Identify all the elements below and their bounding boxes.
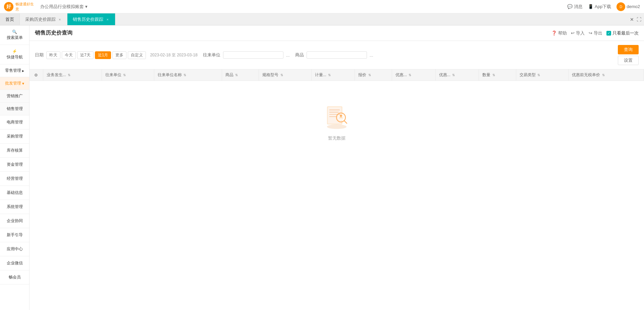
- col-price[interactable]: 报价 ⇅: [355, 69, 392, 81]
- date-label: 日期: [35, 52, 44, 58]
- tab-bar: 首页 采购历史价跟踪 × 销售历史价跟踪 × ✕ ⛶: [0, 13, 644, 25]
- top-bar-right: 💬 消息 📱 App下载 D demo2: [567, 2, 640, 11]
- sidebar-item-purchase[interactable]: 采购管理: [0, 130, 29, 144]
- query-button[interactable]: 查询: [618, 45, 639, 54]
- sidebar-item-vip[interactable]: 畅会员: [0, 270, 29, 285]
- only-last-checkbox[interactable]: ✓: [606, 31, 611, 36]
- sidebar-wholesale-sub: 营销推广 销售管理: [0, 90, 29, 115]
- sort-biz-date-icon: ⇅: [68, 73, 70, 77]
- sidebar-item-appstore[interactable]: 应用中心: [0, 242, 29, 256]
- svg-point-10: [340, 115, 342, 117]
- logo-text: 畅捷通好生意: [15, 2, 36, 11]
- sort-partner-name-icon: ⇅: [183, 73, 186, 77]
- tab-sales-label: 销售历史价跟踪: [73, 16, 103, 22]
- date-filter-group: 日期 昨天 今天 近7天 近1月 更多 自定义 2023-02-18 至 202…: [35, 51, 198, 59]
- tab-home[interactable]: 首页: [0, 13, 20, 25]
- sidebar-item-basic[interactable]: 基础信息: [0, 186, 29, 200]
- yesterday-btn[interactable]: 昨天: [46, 51, 60, 59]
- sidebar-item-marketing[interactable]: 营销推广: [0, 90, 29, 103]
- col-spec[interactable]: 规格型号 ⇅: [259, 69, 311, 81]
- col-partner-code[interactable]: 往来单位 ⇅: [102, 69, 154, 81]
- tab-expand-icon[interactable]: ⛶: [637, 17, 641, 22]
- col-qty-label: 数量: [482, 72, 490, 77]
- goods-dots[interactable]: ...: [370, 53, 373, 58]
- goods-input[interactable]: [307, 51, 367, 59]
- col-biz-date-label: 业务发生...: [47, 72, 66, 77]
- export-button[interactable]: ↪ 导出: [589, 30, 602, 36]
- partner-filter-group: 往来单位 ...: [203, 51, 290, 59]
- sidebar-item-retail[interactable]: 零售管理 ▸: [0, 64, 29, 77]
- phone-icon: 📱: [588, 4, 593, 9]
- sidebar-item-wholesale[interactable]: 批发管理 ▾: [0, 77, 29, 90]
- sidebar-item-search[interactable]: 🔍 搜索菜单: [0, 25, 29, 45]
- tab-close-all-icon[interactable]: ✕: [630, 17, 634, 22]
- partner-input[interactable]: [223, 51, 283, 59]
- tab-home-label: 首页: [5, 16, 14, 22]
- partner-dots[interactable]: ...: [286, 53, 290, 58]
- page-header: 销售历史价查询 ❓ 帮助 ↩ 导入 ↪ 导出 ✓: [30, 25, 644, 41]
- company-selector[interactable]: 办公用品行业模拟账套 ▾: [38, 3, 90, 10]
- help-icon: ❓: [551, 31, 557, 36]
- month1-btn[interactable]: 近1月: [95, 51, 111, 59]
- col-price-label: 报价: [358, 72, 366, 77]
- sidebar-item-sales[interactable]: 销售管理: [0, 103, 29, 115]
- sidebar-item-ecom[interactable]: 电商管理: [0, 115, 29, 130]
- user-menu[interactable]: D demo2: [616, 2, 640, 11]
- logo-area: 好 畅捷通好生意: [4, 2, 36, 11]
- only-last-checkbox-label[interactable]: ✓ 只看最后一次: [606, 30, 639, 36]
- sidebar-item-guide[interactable]: 新手引导: [0, 228, 29, 242]
- sidebar-item-enterprise[interactable]: 企业协同: [0, 214, 29, 228]
- goods-label: 商品: [295, 52, 304, 58]
- sort-pretax-price-icon: ⇅: [602, 73, 605, 77]
- setting-button[interactable]: 设置: [618, 56, 639, 65]
- content-area: 销售历史价查询 ❓ 帮助 ↩ 导入 ↪ 导出 ✓: [30, 25, 644, 310]
- col-partner-name[interactable]: 往来单位名称 ⇅: [154, 69, 222, 81]
- table-header-row: ⚙ 业务发生... ⇅ 往来单位 ⇅ 往来单位名称 ⇅: [30, 69, 644, 81]
- quick-nav-icon: ⚡: [12, 49, 17, 54]
- col-partner-name-label: 往来单位名称: [158, 72, 182, 77]
- svg-point-0: [327, 124, 346, 129]
- sidebar-item-finance[interactable]: 资金管理: [0, 158, 29, 172]
- message-button[interactable]: 💬 消息: [567, 4, 583, 10]
- col-discount1[interactable]: 优惠... ⇅: [392, 69, 436, 81]
- sort-spec-icon: ⇅: [280, 73, 283, 77]
- col-partner-code-label: 往来单位: [105, 72, 121, 77]
- col-discount2[interactable]: 优惠... ⇅: [435, 69, 479, 81]
- col-pretax-price[interactable]: 优惠前无税单价 ⇅: [569, 69, 644, 81]
- custom-btn[interactable]: 自定义: [128, 51, 146, 59]
- help-button[interactable]: ❓ 帮助: [551, 30, 567, 36]
- col-trade-type[interactable]: 交易类型 ⇅: [516, 69, 569, 81]
- today-btn[interactable]: 今天: [62, 51, 76, 59]
- page-title: 销售历史价查询: [35, 30, 72, 37]
- tab-sales-close[interactable]: ×: [105, 17, 109, 22]
- import-button[interactable]: ↩ 导入: [571, 30, 585, 36]
- chevron-down-icon: ▾: [85, 4, 88, 9]
- sidebar-item-wechat[interactable]: 企业微信: [0, 256, 29, 270]
- col-biz-date[interactable]: 业务发生... ⇅: [43, 69, 102, 81]
- tab-sales-history[interactable]: 销售历史价跟踪 ×: [67, 13, 115, 25]
- last7-btn[interactable]: 近7天: [77, 51, 94, 59]
- top-bar-left: 好 畅捷通好生意 办公用品行业模拟账套 ▾: [4, 2, 90, 11]
- sidebar-item-inventory[interactable]: 库存核算: [0, 144, 29, 158]
- sort-partner-code-icon: ⇅: [123, 73, 126, 77]
- col-qty[interactable]: 数量 ⇅: [479, 69, 516, 81]
- col-settings[interactable]: ⚙: [30, 69, 43, 81]
- col-discount1-label: 优惠...: [395, 72, 407, 77]
- tab-bar-actions: ✕ ⛶: [627, 13, 644, 25]
- col-unit[interactable]: 计量... ⇅: [311, 69, 355, 81]
- app-download-button[interactable]: 📱 App下载: [588, 4, 611, 10]
- filter-actions: 查询 设置: [618, 45, 639, 65]
- more-btn[interactable]: 更多: [112, 51, 126, 59]
- tab-purchase-close[interactable]: ×: [58, 17, 62, 22]
- table-container: ⚙ 业务发生... ⇅ 往来单位 ⇅ 往来单位名称 ⇅: [30, 69, 644, 310]
- col-goods[interactable]: 商品 ⇅: [222, 69, 259, 81]
- col-spec-label: 规格型号: [262, 72, 278, 77]
- tab-purchase-history[interactable]: 采购历史价跟踪 ×: [20, 13, 67, 25]
- logo-icon: 好: [4, 2, 13, 11]
- sort-discount1-icon: ⇅: [409, 73, 411, 77]
- sidebar-item-quick[interactable]: ⚡ 快捷导航: [0, 45, 29, 64]
- sidebar-item-system[interactable]: 系统管理: [0, 200, 29, 214]
- sidebar-item-operations[interactable]: 经营管理: [0, 172, 29, 186]
- sidebar: 🔍 搜索菜单 ⚡ 快捷导航 零售管理 ▸ 批发管理 ▾ 营销推广 销售管理 电商…: [0, 25, 30, 310]
- filter-bar: 日期 昨天 今天 近7天 近1月 更多 自定义 2023-02-18 至 202…: [30, 41, 644, 69]
